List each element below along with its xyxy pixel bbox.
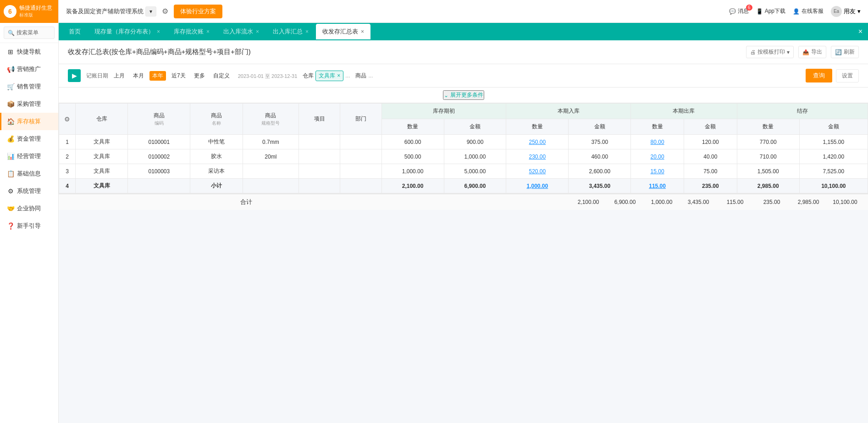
tab-inout-flow[interactable]: 出入库流水 ×: [217, 24, 265, 39]
sidebar-item-label: 企业协同: [17, 204, 41, 213]
filter-expand-button[interactable]: ▶: [68, 69, 81, 82]
warehouse-tag-text: 文具库: [319, 72, 335, 80]
row-open-qty: 600.00: [381, 135, 444, 149]
messages-button[interactable]: 💬 消息 6: [729, 7, 749, 15]
row-out-qty-link[interactable]: 15.00: [651, 168, 664, 175]
sidebar-item-quick-nav[interactable]: ⊞ 快捷导航: [0, 43, 58, 60]
row-out-qty-link[interactable]: 115.00: [649, 183, 666, 189]
finance-icon: 💰: [7, 135, 14, 143]
row-goods-name: 胶水: [190, 149, 243, 164]
sidebar-item-operations[interactable]: 📊 经营管理: [0, 148, 58, 165]
row-in-qty-link[interactable]: 520.00: [529, 168, 546, 175]
row-in-qty-link[interactable]: 250.00: [529, 139, 546, 145]
tab-inout-flow-label: 出入库流水: [223, 27, 253, 36]
col-out-amt-header: 金额: [684, 119, 737, 135]
warehouse-more-btn[interactable]: ...: [345, 72, 350, 79]
filter-settings-button[interactable]: 设置: [836, 69, 859, 82]
tab-inout-summary-close[interactable]: ×: [305, 28, 309, 35]
tab-inout-flow-close[interactable]: ×: [256, 28, 259, 35]
row-in-qty-link[interactable]: 1,000.00: [527, 183, 548, 189]
col-closing-header: 结存: [737, 104, 868, 119]
sidebar-item-label: 资金管理: [17, 135, 41, 143]
warehouse-tag-close-icon[interactable]: ×: [337, 72, 340, 79]
row-open-qty: 2,100.00: [381, 179, 444, 193]
sidebar-item-purchase[interactable]: 📦 采购管理: [0, 95, 58, 113]
tab-recv-send-summary-close[interactable]: ×: [361, 28, 364, 35]
warehouse-label: 仓库: [303, 72, 314, 80]
sidebar-item-label: 经营管理: [17, 152, 41, 160]
row-out-qty[interactable]: 15.00: [631, 164, 684, 179]
tab-stock-dist[interactable]: 现存量（库存分布表） ×: [88, 24, 166, 39]
trial-button[interactable]: 体验行业方案: [174, 5, 222, 18]
sidebar-item-sales[interactable]: 🛒 销售管理: [0, 78, 58, 95]
message-icon: 💬: [729, 8, 736, 15]
goods-more-btn[interactable]: ...: [368, 72, 373, 79]
row-goods-code: 0100001: [128, 135, 190, 149]
col-closing-amt-header: 金额: [799, 119, 868, 135]
row-department: [340, 179, 381, 193]
expand-more-chevron-icon: ⌄: [444, 92, 448, 99]
date-7days-btn[interactable]: 近7天: [169, 71, 188, 81]
sidebar-item-system[interactable]: ⚙ 系统管理: [0, 182, 58, 200]
row-out-amt: 40.00: [684, 149, 737, 164]
tab-inout-summary[interactable]: 出入库汇总 ×: [266, 24, 315, 39]
guide-icon: ❓: [7, 222, 14, 230]
query-button[interactable]: 查询: [806, 69, 832, 82]
row-in-qty[interactable]: 520.00: [506, 164, 569, 179]
row-no: 3: [59, 164, 76, 179]
row-in-qty-link[interactable]: 230.00: [529, 154, 546, 160]
row-in-qty[interactable]: 250.00: [506, 135, 569, 149]
row-out-qty[interactable]: 115.00: [631, 179, 684, 193]
tab-batch-account[interactable]: 库存批次账 ×: [167, 24, 216, 39]
row-out-qty[interactable]: 20.00: [631, 149, 684, 164]
row-out-qty-link[interactable]: 20.00: [651, 154, 664, 160]
sidebar-item-base-info[interactable]: 📋 基础信息: [0, 165, 58, 182]
sidebar-item-guide[interactable]: ❓ 新手引导: [0, 217, 58, 235]
date-this-year-btn[interactable]: 本年: [149, 71, 166, 81]
date-filter-label: 记账日期: [86, 72, 108, 80]
refresh-button[interactable]: 🔄 刷新: [831, 46, 859, 58]
table-settings-icon[interactable]: ⚙: [64, 115, 70, 123]
date-more-btn[interactable]: 更多: [191, 71, 208, 81]
row-close-amt: 1,155.00: [799, 135, 868, 149]
row-out-qty-link[interactable]: 80.00: [651, 139, 664, 145]
date-last-month-btn[interactable]: 上月: [111, 71, 127, 81]
row-goods-code: 0100003: [128, 164, 190, 179]
row-out-qty[interactable]: 80.00: [631, 135, 684, 149]
sidebar-item-finance[interactable]: 💰 资金管理: [0, 130, 58, 148]
user-menu[interactable]: Ea 用友 ▾: [831, 6, 861, 17]
expand-more-label: 展开更多条件: [450, 91, 483, 99]
close-all-tabs-button[interactable]: ×: [853, 27, 868, 36]
tab-stock-dist-close[interactable]: ×: [157, 28, 160, 35]
sidebar-item-cooperation[interactable]: 🤝 企业协同: [0, 200, 58, 217]
tab-home[interactable]: 首页: [62, 24, 87, 39]
search-menu-button[interactable]: 🔍 搜索菜单: [4, 27, 55, 39]
row-warehouse: 文具库: [76, 164, 128, 179]
username: 用友: [844, 7, 856, 16]
settings-icon[interactable]: ⚙: [162, 7, 168, 16]
sidebar-item-inventory[interactable]: 🏠 库存核算: [0, 113, 58, 130]
row-open-amt: 1,000.00: [444, 149, 506, 164]
avatar: Ea: [831, 6, 842, 17]
expand-more-button[interactable]: ⌄ 展开更多条件: [443, 90, 484, 100]
sidebar-item-marketing[interactable]: 📢 营销推广: [0, 60, 58, 78]
online-service-button[interactable]: 👤 在线客服: [793, 7, 824, 15]
warehouse-filter: 仓库 文具库 × ...: [303, 71, 350, 81]
export-button[interactable]: 📤 导出: [798, 46, 826, 58]
print-button[interactable]: 🖨 按模板打印 ▾: [746, 46, 794, 58]
system-dropdown[interactable]: ▾: [145, 6, 156, 16]
content-area: 收发存汇总表(按仓库+商品编码+商品+规格型号+项目+部门) 🖨 按模板打印 ▾…: [59, 40, 868, 423]
print-chevron-icon: ▾: [787, 49, 790, 55]
warehouse-tag[interactable]: 文具库 ×: [315, 71, 343, 81]
tab-batch-account-close[interactable]: ×: [206, 28, 210, 35]
col-opening-qty-header: 数量: [381, 119, 444, 135]
app-download-button[interactable]: 📱 App下载: [756, 7, 785, 15]
tab-recv-send-summary[interactable]: 收发存汇总表 ×: [316, 24, 370, 39]
date-custom-btn[interactable]: 自定义: [210, 71, 232, 81]
date-this-month-btn[interactable]: 本月: [130, 71, 147, 81]
row-in-qty[interactable]: 230.00: [506, 149, 569, 164]
col-department-header: 部门: [340, 104, 381, 135]
tab-batch-account-label: 库存批次账: [174, 27, 204, 36]
row-in-qty[interactable]: 1,000.00: [506, 179, 569, 193]
sidebar-item-label: 采购管理: [17, 100, 41, 108]
